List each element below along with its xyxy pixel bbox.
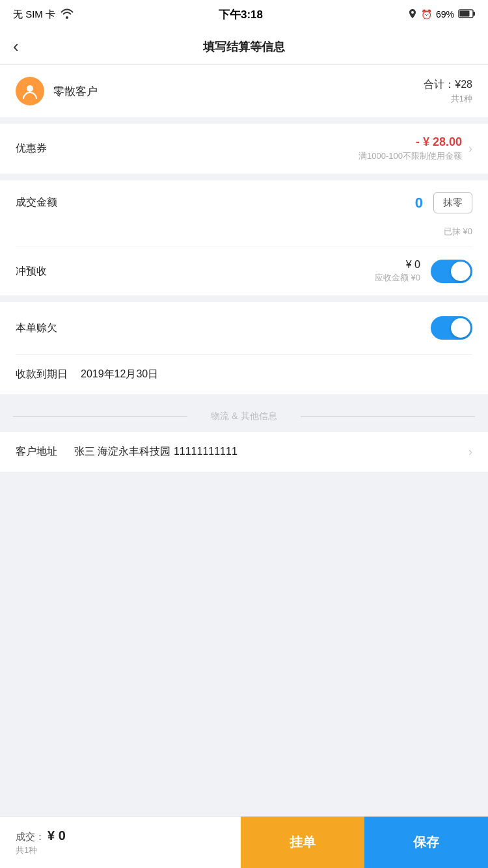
transaction-card: 成交金额 0 抹零 已抹 ¥0 冲预收 ¥ 0 应收金额 ¥0 [0,180,488,295]
battery-icon [458,9,475,20]
duedate-value: 2019年12月30日 [81,368,158,381]
transaction-amount: 0 [415,195,423,211]
duedate-label: 收款到期日 [16,368,68,381]
status-left: 无 SIM 卡 [13,8,74,21]
address-value: 张三 海淀永丰科技园 11111111111 [74,445,466,459]
prepay-values: ¥ 0 应收金额 ¥0 [375,259,420,284]
coupon-info: - ¥ 28.00 满1000-100不限制使用金额 [359,135,462,162]
status-right: ⏰ 69% [408,8,475,21]
address-card[interactable]: 客户地址 张三 海淀永丰科技园 11111111111 › [0,432,488,472]
prepay-row: 冲预收 ¥ 0 应收金额 ¥0 [0,247,488,295]
prepay-right: ¥ 0 应收金额 ¥0 [375,259,472,284]
svg-rect-2 [459,10,469,16]
address-row[interactable]: 客户地址 张三 海淀永丰科技园 11111111111 › [0,432,488,472]
round-zero-button[interactable]: 抹零 [433,192,472,213]
coupon-amount: - ¥ 28.00 [359,135,462,149]
customer-left: 零散客户 [16,77,98,105]
divider-line-left [13,416,187,417]
nav-title: 填写结算等信息 [203,39,285,55]
prepay-toggle[interactable] [431,260,472,283]
save-label: 保存 [413,834,439,851]
customer-avatar [16,77,44,105]
prepay-value: ¥ 0 [375,259,420,271]
bottom-count: 共1种 [16,845,225,856]
arrearage-row: 本单赊欠 [0,302,488,354]
location-icon [408,8,417,21]
alarm-icon: ⏰ [421,9,432,20]
transaction-row: 成交金额 0 抹零 [0,180,488,225]
back-button[interactable]: ‹ [13,36,19,57]
customer-count: 共1种 [424,93,472,105]
coupon-label: 优惠券 [16,142,47,156]
bottom-amount: ¥ 0 [47,828,66,843]
svg-rect-1 [473,12,475,16]
transaction-right: 0 抹零 [415,192,472,213]
nav-bar: ‹ 填写结算等信息 [0,29,488,65]
chevron-right-icon: › [468,142,472,156]
arrearage-toggle-knob [451,318,470,338]
prepay-label: 冲预收 [16,265,68,278]
logistics-label: 物流 & 其他信息 [211,411,277,422]
wifi-icon [61,8,74,21]
hang-button[interactable]: 挂单 [241,817,364,869]
toggle-knob [451,262,470,281]
transaction-label: 成交金额 [16,196,68,210]
status-bar: 无 SIM 卡 下午3:18 ⏰ 69% [0,0,488,29]
divider-line-right [301,416,475,417]
coupon-row[interactable]: 优惠券 - ¥ 28.00 满1000-100不限制使用金额 › [0,124,488,174]
transaction-sub: 已抹 ¥0 [0,225,488,247]
customer-card: 零散客户 合计：¥28 共1种 [0,65,488,117]
address-chevron-icon: › [468,445,472,459]
no-sim-label: 无 SIM 卡 [13,8,55,21]
address-label: 客户地址 [16,445,61,459]
bottom-spacer [0,478,488,543]
save-button[interactable]: 保存 [364,817,488,869]
bottom-bar: 成交： ¥ 0 共1种 挂单 保存 [0,816,488,868]
coupon-card[interactable]: 优惠券 - ¥ 28.00 满1000-100不限制使用金额 › [0,124,488,174]
arrearage-toggle[interactable] [431,316,472,340]
transaction-sub-label: 已抹 ¥0 [444,226,472,236]
bottom-deal-label: 成交： [16,831,45,843]
customer-right: 合计：¥28 共1种 [424,78,472,105]
logistics-divider: 物流 & 其他信息 [0,401,488,432]
coupon-right: - ¥ 28.00 满1000-100不限制使用金额 › [359,135,472,162]
coupon-desc: 满1000-100不限制使用金额 [359,150,462,162]
svg-point-3 [27,85,33,92]
hang-label: 挂单 [290,834,316,851]
customer-row: 零散客户 合计：¥28 共1种 [0,65,488,117]
content: 零散客户 合计：¥28 共1种 优惠券 - ¥ 28.00 满1000-100不… [0,65,488,543]
bottom-info: 成交： ¥ 0 共1种 [0,828,241,856]
prepay-sub: 应收金额 ¥0 [375,272,420,284]
battery-label: 69% [436,9,454,20]
customer-total: 合计：¥28 [424,78,472,92]
status-time: 下午3:18 [219,7,263,22]
duedate-row: 收款到期日 2019年12月30日 [0,355,488,394]
arrearage-label: 本单赊欠 [16,321,57,335]
arrearage-card: 本单赊欠 收款到期日 2019年12月30日 [0,302,488,394]
customer-name: 零散客户 [53,84,98,99]
